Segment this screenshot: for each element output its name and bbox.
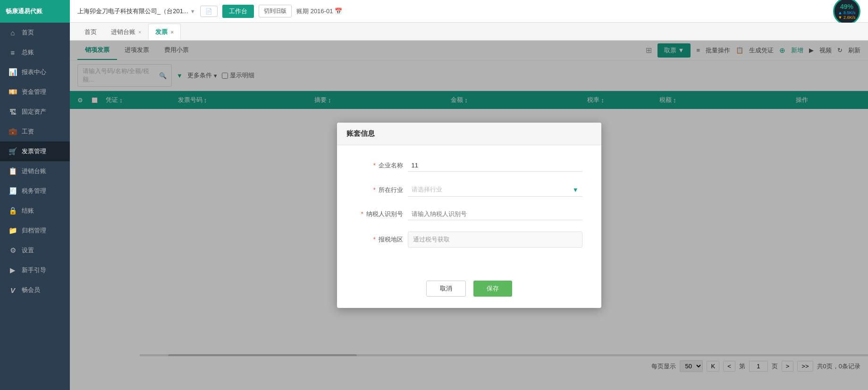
sidebar-item-guide[interactable]: ▶ 新手引导 (0, 260, 70, 280)
topbar-right: 49% ▲ 8.5K/s ▼ 2.6K/s (833, 0, 860, 25)
company-name-label: * 企业名称 (356, 161, 408, 170)
report-icon: 📊 (8, 68, 17, 76)
account-info-modal: 账套信息 * 企业名称 * 所在行业 (337, 123, 601, 308)
industry-dropdown-icon: ▼ (573, 186, 579, 193)
tax-id-row: * 纳税人识别号 (356, 208, 582, 220)
cancel-button[interactable]: 取消 (426, 281, 466, 297)
tax-icon: 🧾 (8, 187, 17, 195)
sidebar: 畅康通易代账 ⌂ 首页 ≡ 总账 📊 报表中心 💴 资金管理 🏗 固定资产 💼 … (0, 0, 70, 390)
close-accounts-icon: 🔒 (8, 207, 17, 215)
asset-icon: 🏗 (8, 108, 17, 116)
archive-icon: 📁 (8, 226, 17, 235)
modal-footer: 取消 保存 (337, 273, 601, 308)
speed-indicator: 49% ▲ 8.5K/s ▼ 2.6K/s (833, 0, 860, 25)
sidebar-item-home[interactable]: ⌂ 首页 (0, 23, 70, 42)
tab-invoice[interactable]: 发票 × (148, 24, 180, 40)
topbar: 上海卯金刀电子科技有限公司_（台201... ▼ 📄 工作台 切到旧版 账期 2… (70, 0, 868, 23)
company-name-row: * 企业名称 (356, 159, 582, 172)
company-dropdown-icon: ▼ (190, 8, 195, 14)
modal-overlay: 账套信息 * 企业名称 * 所在行业 (70, 41, 868, 390)
copy-icon: 📄 (205, 8, 212, 15)
settings-icon: ⚙ (8, 246, 17, 255)
industry-label: * 所在行业 (356, 186, 408, 194)
tab-purchase[interactable]: 进销台账 × (104, 24, 148, 40)
home-icon: ⌂ (8, 29, 17, 37)
sidebar-item-capital[interactable]: 💴 资金管理 (0, 82, 70, 102)
member-icon: V (8, 286, 17, 294)
save-button[interactable]: 保存 (473, 281, 512, 297)
modal-body: * 企业名称 * 所在行业 请选择行业 ▼ (337, 145, 601, 273)
sidebar-item-archive[interactable]: 📁 归档管理 (0, 221, 70, 241)
company-name-input[interactable] (408, 159, 582, 172)
tab-invoice-close-icon[interactable]: × (170, 29, 173, 35)
sidebar-item-invoice[interactable]: 🛒 发票管理 (0, 141, 70, 161)
industry-row: * 所在行业 请选择行业 ▼ (356, 183, 582, 197)
sidebar-item-report[interactable]: 📊 报表中心 (0, 62, 70, 82)
sidebar-item-close[interactable]: 🔒 结账 (0, 201, 70, 221)
industry-select[interactable]: 请选择行业 ▼ (408, 183, 582, 197)
ledger-icon: ≡ (8, 49, 17, 57)
main-area: 上海卯金刀电子科技有限公司_（台201... ▼ 📄 工作台 切到旧版 账期 2… (70, 0, 868, 390)
sidebar-item-salary[interactable]: 💼 工资 (0, 122, 70, 141)
workspace-button[interactable]: 工作台 (222, 5, 254, 18)
sidebar-logo: 畅康通易代账 (0, 0, 70, 23)
tax-id-input[interactable] (408, 208, 582, 220)
tab-home[interactable]: 首页 (77, 24, 104, 40)
old-version-button[interactable]: 切到旧版 (259, 5, 292, 17)
sidebar-item-member[interactable]: V 畅会员 (0, 280, 70, 300)
calendar-icon[interactable]: 📅 (335, 8, 342, 15)
copy-button[interactable]: 📄 (200, 6, 218, 17)
tab-bar: 首页 进销台账 × 发票 × (70, 23, 868, 41)
invoice-icon: 🛒 (8, 147, 17, 156)
modal-title: 账套信息 (337, 123, 601, 145)
company-name: 上海卯金刀电子科技有限公司_（台201... (77, 7, 188, 16)
tax-id-label: * 纳税人识别号 (356, 210, 408, 218)
sidebar-item-asset[interactable]: 🏗 固定资产 (0, 102, 70, 122)
sidebar-item-tax[interactable]: 🧾 税务管理 (0, 181, 70, 201)
purchase-icon: 📋 (8, 167, 17, 175)
tax-region-label: * 报税地区 (356, 235, 408, 244)
company-selector[interactable]: 上海卯金刀电子科技有限公司_（台201... ▼ (77, 7, 195, 16)
sidebar-item-settings[interactable]: ⚙ 设置 (0, 241, 70, 260)
content-area: 销项发票 进项发票 费用小票 ⊞ 取票 ▼ ≡ 批量操作 📋 生成凭证 ⊕ 新 (70, 41, 868, 390)
sidebar-item-purchase[interactable]: 📋 进销台账 (0, 161, 70, 181)
tax-region-row: * 报税地区 通过税号获取 (356, 232, 582, 248)
sidebar-item-ledger[interactable]: ≡ 总账 (0, 42, 70, 62)
capital-icon: 💴 (8, 88, 17, 96)
period-display: 账期 2016-01 📅 (296, 7, 343, 16)
tax-region-display: 通过税号获取 (408, 232, 582, 248)
guide-icon: ▶ (8, 266, 17, 274)
salary-icon: 💼 (8, 127, 17, 136)
logo-text: 畅康通易代账 (6, 7, 42, 16)
tab-purchase-close-icon[interactable]: × (138, 29, 141, 35)
